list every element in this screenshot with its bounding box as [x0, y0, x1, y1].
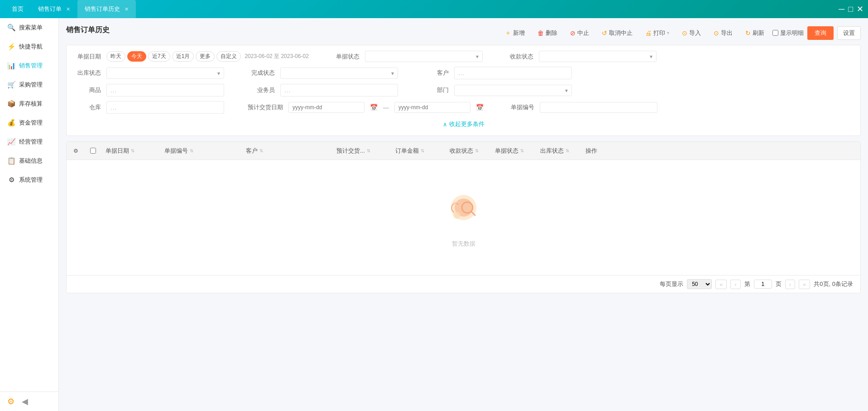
print-button[interactable]: 🖨 打印 ▾ — [641, 27, 674, 39]
sort-delivery-icon[interactable]: ⇅ — [367, 148, 370, 153]
prev-page-button[interactable]: ‹ — [730, 280, 740, 289]
tab-sales-order-close[interactable]: ✕ — [66, 6, 70, 12]
th-date[interactable]: 单据日期 ⇅ — [101, 143, 160, 159]
sidebar-item-search-menu[interactable]: 🔍 搜索菜单 — [0, 18, 58, 37]
salesperson-ellipsis[interactable]: ... — [284, 86, 290, 94]
date-btn-last1month[interactable]: 近1月 — [172, 51, 194, 62]
sidebar-item-fund-mgmt-label: 资金管理 — [19, 119, 43, 127]
tab-sales-order-history[interactable]: 销售订单历史 ✕ — [77, 0, 136, 18]
tab-home[interactable]: 首页 — [5, 0, 31, 18]
date-btn-today[interactable]: 今天 — [127, 51, 146, 62]
department-chevron-icon — [565, 87, 568, 94]
export-button[interactable]: ⊙ 导出 — [709, 27, 737, 39]
sort-amount-icon[interactable]: ⇅ — [421, 148, 424, 153]
refresh-button[interactable]: ↻ 刷新 — [741, 27, 769, 39]
th-delivery[interactable]: 预计交货... ⇅ — [332, 143, 391, 159]
purchase-mgmt-icon: 🛒 — [7, 81, 15, 89]
payment-status-select[interactable] — [539, 51, 657, 62]
expected-date-end[interactable] — [394, 102, 470, 113]
next-page-button[interactable]: › — [785, 280, 795, 289]
sidebar-item-system-mgmt-label: 系统管理 — [19, 176, 43, 184]
th-stock-status[interactable]: 出库状态 ⇅ — [536, 143, 581, 159]
sort-date-icon[interactable]: ⇅ — [131, 148, 134, 153]
goods-ellipsis[interactable]: ... — [110, 86, 116, 94]
sidebar-item-inventory-check[interactable]: 📦 库存核算 — [0, 94, 58, 113]
stop-icon: ⊘ — [570, 29, 575, 37]
stock-out-status-select[interactable] — [106, 68, 224, 79]
sort-status-icon[interactable]: ⇅ — [520, 148, 524, 153]
th-checkbox[interactable] — [85, 144, 101, 157]
order-no-input[interactable] — [540, 102, 657, 113]
setting-button[interactable]: 设置 — [837, 26, 861, 40]
delete-button[interactable]: 🗑 删除 — [533, 27, 562, 39]
maximize-icon[interactable]: □ — [848, 5, 853, 14]
query-button[interactable]: 查询 — [807, 26, 834, 40]
sidebar-item-quick-nav[interactable]: ⚡ 快捷导航 — [0, 37, 58, 56]
th-order-no[interactable]: 单据编号 ⇅ — [160, 143, 241, 159]
sidebar: 🔍 搜索菜单 ⚡ 快捷导航 📊 销售管理 🛒 采购管理 📦 库存核算 💰 资金管… — [0, 18, 59, 411]
stop-label: 中止 — [577, 29, 589, 37]
new-icon: ＋ — [505, 29, 511, 37]
sidebar-item-fund-mgmt[interactable]: 💰 资金管理 — [0, 113, 58, 132]
first-page-button[interactable]: « — [715, 280, 727, 289]
th-order-status[interactable]: 单据状态 ⇅ — [490, 143, 536, 159]
th-payment-label: 收款状态 — [450, 147, 473, 155]
complete-status-select[interactable] — [280, 68, 398, 79]
select-all-checkbox[interactable] — [90, 148, 96, 154]
order-no-label: 单据编号 — [507, 103, 534, 111]
basic-info-icon: 📋 — [7, 157, 15, 165]
warehouse-ellipsis[interactable]: ... — [110, 103, 116, 111]
print-dropdown-icon: ▾ — [667, 30, 669, 35]
page-number-input[interactable] — [754, 280, 772, 289]
th-order-label: 单据编号 — [164, 147, 188, 155]
close-icon[interactable]: ✕ — [857, 4, 863, 14]
empty-text: 暂无数据 — [452, 240, 475, 248]
display-detail-checkbox[interactable] — [772, 30, 778, 36]
th-amount[interactable]: 订单金额 ⇅ — [391, 143, 445, 159]
sidebar-bottom: ⚙ ◀ — [0, 392, 58, 411]
date-btn-last7[interactable]: 近7天 — [148, 51, 170, 62]
quick-nav-icon: ⚡ — [7, 43, 15, 51]
sidebar-item-basic-info-label: 基础信息 — [19, 157, 43, 165]
sidebar-collapse-icon[interactable]: ◀ — [22, 396, 28, 406]
sort-payment-icon[interactable]: ⇅ — [475, 148, 479, 153]
tab-sales-order-history-close[interactable]: ✕ — [125, 6, 129, 12]
sidebar-item-purchase-mgmt[interactable]: 🛒 采购管理 — [0, 75, 58, 94]
order-status-select[interactable] — [365, 51, 483, 62]
stop-button[interactable]: ⊘ 中止 — [566, 27, 594, 39]
customer-ellipsis[interactable]: ... — [458, 69, 464, 77]
tab-sales-order[interactable]: 销售订单 ✕ — [31, 0, 77, 18]
import-label: 导入 — [689, 29, 701, 37]
last-page-button[interactable]: » — [799, 280, 810, 289]
sort-order-icon[interactable]: ⇅ — [190, 148, 193, 153]
sidebar-item-search-menu-label: 搜索菜单 — [19, 24, 43, 32]
goods-label: 商品 — [74, 86, 101, 94]
date-btn-more[interactable]: 更多 — [196, 51, 215, 62]
sidebar-item-system-mgmt[interactable]: ⚙ 系统管理 — [0, 170, 58, 189]
pagination-bar: 每页显示 10 20 50 100 « ‹ 第 页 › » 共0页, 0条记录 — [67, 275, 860, 293]
th-settings[interactable]: ⚙ — [67, 144, 85, 158]
import-button[interactable]: ⊙ 导入 — [677, 27, 705, 39]
department-select[interactable] — [454, 85, 572, 96]
sort-customer-icon[interactable]: ⇅ — [259, 148, 263, 153]
sidebar-settings-icon[interactable]: ⚙ — [7, 396, 14, 406]
sidebar-item-sales-mgmt[interactable]: 📊 销售管理 — [0, 56, 58, 75]
th-customer[interactable]: 客户 ⇅ — [241, 143, 332, 159]
date-btn-yesterday[interactable]: 昨天 — [106, 51, 125, 62]
expected-date-start[interactable] — [288, 102, 364, 113]
th-payment-status[interactable]: 收款状态 ⇅ — [445, 143, 490, 159]
new-button[interactable]: ＋ 新增 — [500, 27, 529, 39]
order-status-label: 单据状态 — [332, 53, 360, 61]
sales-mgmt-icon: 📊 — [7, 62, 15, 70]
sidebar-item-business-mgmt[interactable]: 📈 经营管理 — [0, 132, 58, 151]
sidebar-item-basic-info[interactable]: 📋 基础信息 — [0, 151, 58, 170]
delete-label: 删除 — [546, 29, 557, 37]
minimize-icon[interactable]: ─ — [839, 5, 844, 14]
date-btn-custom[interactable]: 自定义 — [216, 51, 241, 62]
calendar-start-icon[interactable]: 📅 — [370, 104, 378, 111]
collapse-button[interactable]: ∧ 收起更多条件 — [443, 118, 484, 130]
cancel-stop-button[interactable]: ↺ 取消中止 — [597, 27, 637, 39]
page-size-select[interactable]: 10 20 50 100 — [687, 279, 712, 289]
sort-stock-icon[interactable]: ⇅ — [566, 148, 569, 153]
calendar-end-icon[interactable]: 📅 — [476, 104, 484, 111]
